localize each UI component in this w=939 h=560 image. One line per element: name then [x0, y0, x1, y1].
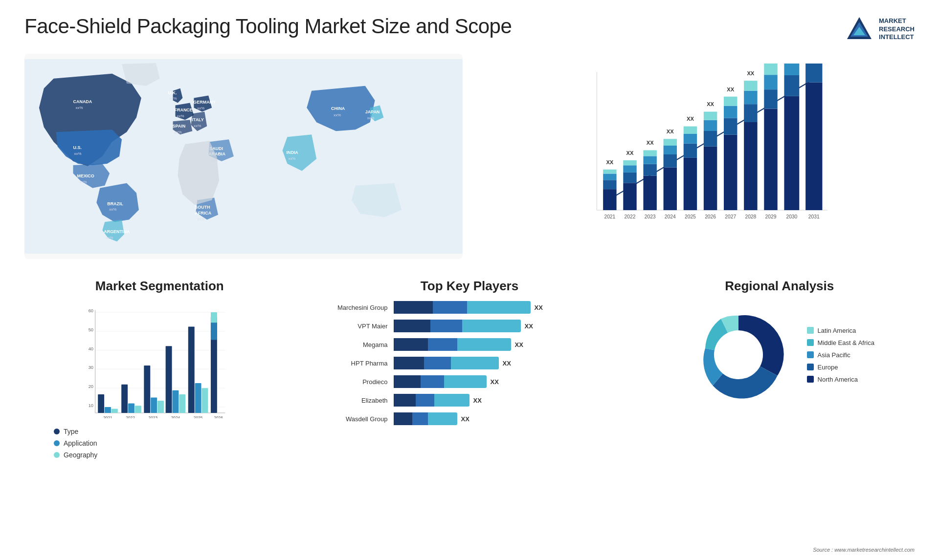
svg-text:xx%: xx% [74, 151, 82, 156]
svg-rect-72 [704, 120, 717, 131]
svg-text:XX: XX [667, 129, 674, 134]
players-section: Top Key Players Marchesini Group XX VPT [310, 274, 630, 459]
svg-text:xx%: xx% [79, 180, 87, 184]
player-bar [394, 375, 487, 388]
legend-type: Type [54, 428, 285, 435]
svg-text:50: 50 [89, 327, 93, 332]
svg-text:MEXICO: MEXICO [77, 173, 94, 178]
svg-rect-78 [724, 106, 737, 118]
svg-rect-67 [683, 127, 696, 134]
player-name: HPT Pharma [319, 360, 388, 367]
svg-text:GERMANY: GERMANY [193, 100, 216, 105]
svg-rect-43 [603, 170, 616, 174]
svg-text:2024: 2024 [171, 415, 180, 418]
legend-mea-color [807, 339, 814, 346]
svg-rect-54 [643, 156, 656, 164]
player-bar [394, 357, 499, 369]
svg-rect-73 [704, 112, 717, 120]
svg-text:SOUTH: SOUTH [195, 205, 210, 210]
svg-rect-58 [663, 168, 676, 210]
segmentation-section: Market Segmentation 60 50 40 30 20 10 [24, 274, 295, 459]
svg-rect-61 [663, 139, 676, 146]
svg-text:U.K.: U.K. [168, 90, 177, 95]
growth-chart-svg: XX 2021 XX 2022 XX [507, 64, 905, 239]
svg-rect-117 [98, 394, 104, 413]
player-bar [394, 338, 511, 351]
source-text: Source : www.marketresearchintellect.com [813, 547, 915, 553]
svg-text:40: 40 [89, 346, 93, 351]
player-row: Marchesini Group XX [319, 301, 620, 314]
player-name: Elizabeth [319, 397, 388, 404]
svg-rect-55 [643, 150, 656, 156]
svg-rect-91 [764, 64, 777, 75]
svg-rect-47 [623, 172, 636, 183]
player-bar-group: XX [394, 320, 620, 332]
svg-rect-95 [784, 75, 799, 96]
svg-rect-130 [172, 390, 179, 413]
donut-chart [685, 301, 792, 409]
bar-chart-container: XX 2021 XX 2022 XX [482, 54, 915, 259]
svg-rect-40 [603, 189, 616, 210]
svg-text:INDIA: INDIA [286, 150, 298, 155]
page-container: Face-Shield Packaging Tooling Market Siz… [0, 0, 939, 560]
player-row: Elizabeth XX [319, 394, 620, 407]
svg-rect-119 [112, 409, 118, 413]
player-bar [394, 394, 470, 407]
svg-rect-60 [663, 146, 676, 154]
segmentation-title: Market Segmentation [34, 279, 285, 294]
segmentation-legend: Type Application Geography [54, 428, 285, 459]
player-name: Wasdell Group [319, 415, 388, 423]
svg-text:xx%: xx% [367, 116, 375, 120]
player-bar-group: XX [394, 394, 620, 407]
svg-text:xx%: xx% [177, 114, 184, 118]
player-row: Prodieco XX [319, 375, 620, 388]
svg-text:2021: 2021 [604, 214, 615, 219]
svg-rect-41 [603, 180, 616, 189]
svg-rect-133 [188, 327, 195, 413]
svg-rect-65 [683, 144, 696, 158]
svg-rect-99 [805, 83, 822, 210]
legend-la-color [807, 327, 814, 334]
header: Face-Shield Packaging Tooling Market Siz… [24, 15, 915, 44]
svg-rect-123 [135, 406, 141, 413]
svg-text:CANADA: CANADA [73, 99, 92, 104]
svg-text:2026: 2026 [705, 214, 716, 219]
player-name: Prodieco [319, 378, 388, 386]
svg-text:XX: XX [606, 159, 613, 165]
donut-area: Latin America Middle East & Africa Asia … [654, 301, 905, 409]
svg-text:CHINA: CHINA [331, 106, 345, 111]
svg-text:U.S.: U.S. [73, 145, 82, 150]
svg-text:BRAZIL: BRAZIL [107, 201, 123, 206]
player-bar-group: XX [394, 338, 620, 351]
player-name: VPT Maier [319, 323, 388, 330]
regional-title: Regional Analysis [654, 279, 905, 294]
player-value: XX [503, 360, 511, 367]
svg-rect-77 [724, 118, 737, 134]
svg-text:xx%: xx% [334, 113, 341, 117]
svg-text:20: 20 [89, 384, 93, 389]
svg-text:xx%: xx% [194, 124, 201, 128]
legend-application-dot [54, 440, 60, 446]
svg-text:2025: 2025 [685, 214, 696, 219]
svg-text:xx%: xx% [175, 130, 182, 134]
logo: MARKET RESEARCH INTELLECT [845, 15, 915, 44]
svg-point-141 [714, 330, 763, 379]
player-row: Megama XX [319, 338, 620, 351]
player-value: XX [535, 304, 543, 311]
svg-rect-118 [105, 407, 111, 413]
player-value: XX [473, 397, 482, 404]
svg-rect-122 [128, 404, 134, 413]
player-value: XX [515, 341, 523, 348]
svg-rect-96 [784, 64, 799, 75]
svg-rect-46 [623, 183, 636, 210]
segmentation-chart: 60 50 40 30 20 10 [39, 301, 285, 418]
svg-text:XX: XX [687, 116, 694, 122]
svg-text:xx%: xx% [288, 156, 295, 161]
world-map-svg: CANADA xx% U.S. xx% MEXICO xx% BRAZIL xx… [24, 54, 463, 259]
player-bar [394, 412, 457, 425]
svg-rect-94 [784, 96, 799, 210]
svg-text:2022: 2022 [624, 214, 635, 219]
legend-mea: Middle East & Africa [807, 339, 874, 346]
svg-text:2022: 2022 [126, 415, 135, 418]
player-row: VPT Maier XX [319, 320, 620, 332]
